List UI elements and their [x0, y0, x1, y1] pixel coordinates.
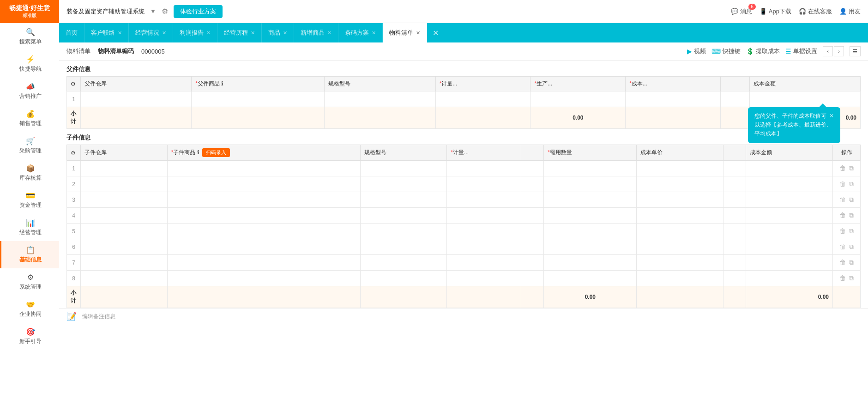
- copy-icon-4[interactable]: ⧉: [849, 212, 854, 219]
- child-spec-3[interactable]: [360, 192, 447, 208]
- tab-close-1[interactable]: ✕: [118, 30, 122, 36]
- delete-icon-2[interactable]: 🗑: [839, 180, 846, 187]
- child-product-6[interactable]: [167, 239, 360, 255]
- child-unit-6[interactable]: [447, 239, 521, 255]
- child-spec-4[interactable]: [360, 208, 447, 224]
- child-spec-8[interactable]: [360, 271, 447, 286]
- child-unit-7[interactable]: [447, 255, 521, 271]
- online-service-btn[interactable]: 🎧 在线客服: [799, 7, 832, 16]
- nav-tab-4[interactable]: 经营历程✕: [217, 23, 262, 42]
- child-qty-4[interactable]: [544, 208, 637, 224]
- message-btn[interactable]: 💬 消息 6: [731, 7, 752, 16]
- nav-tab-1[interactable]: 客户联络✕: [84, 23, 129, 42]
- child-spec-7[interactable]: [360, 255, 447, 271]
- parent-col-setting[interactable]: ⚙: [67, 77, 81, 91]
- breadcrumb-list[interactable]: 物料清单: [66, 47, 90, 55]
- prev-btn[interactable]: ‹: [823, 46, 833, 56]
- tab-close-5[interactable]: ✕: [283, 30, 287, 36]
- child-product-1[interactable]: [167, 161, 360, 176]
- copy-icon-8[interactable]: ⧉: [849, 274, 854, 282]
- copy-icon-3[interactable]: ⧉: [849, 196, 854, 203]
- child-spec-5[interactable]: [360, 224, 447, 239]
- child-unit-2[interactable]: [447, 176, 521, 192]
- child-warehouse-4[interactable]: [81, 208, 168, 224]
- child-qty-8[interactable]: [544, 271, 637, 286]
- child-product-2[interactable]: [167, 176, 360, 192]
- child-unit-cost-8[interactable]: [637, 271, 723, 286]
- view-btn[interactable]: ▶ 视频: [687, 47, 706, 55]
- sidebar-item-营销推广[interactable]: 📣营销推广: [0, 78, 59, 105]
- gear-icon[interactable]: ⚙: [162, 7, 168, 16]
- sidebar-item-企业协同[interactable]: 🤝企业协同: [0, 296, 59, 323]
- delete-icon-5[interactable]: 🗑: [839, 227, 846, 235]
- parent-cost-1[interactable]: [626, 91, 721, 107]
- child-unit-cost-4[interactable]: [637, 208, 723, 224]
- next-btn[interactable]: ›: [834, 46, 844, 56]
- parent-unit-1[interactable]: [435, 91, 530, 107]
- scan-btn[interactable]: 扫码录入: [202, 148, 230, 157]
- copy-icon-7[interactable]: ⧉: [849, 259, 854, 266]
- nav-tab-5[interactable]: 商品✕: [262, 23, 294, 42]
- dropdown-arrow[interactable]: ▼: [150, 8, 156, 15]
- child-spec-1[interactable]: [360, 161, 447, 176]
- delete-icon-7[interactable]: 🗑: [839, 259, 846, 266]
- sidebar-item-搜索菜单[interactable]: 🔍搜索菜单: [0, 23, 59, 50]
- tab-close-7[interactable]: ✕: [372, 30, 376, 36]
- child-product-4[interactable]: [167, 208, 360, 224]
- child-qty-1[interactable]: [544, 161, 637, 176]
- sidebar-item-库存核算[interactable]: 📦库存核算: [0, 159, 59, 187]
- breadcrumb-detail[interactable]: 物料清单编码: [98, 47, 134, 55]
- child-unit-4[interactable]: [447, 208, 521, 224]
- menu-btn[interactable]: ☰: [850, 46, 861, 56]
- nav-tab-3[interactable]: 利润报告✕: [173, 23, 217, 42]
- parent-warehouse-1[interactable]: [81, 91, 192, 107]
- delete-icon-1[interactable]: 🗑: [839, 164, 846, 172]
- sidebar-item-经营管理[interactable]: 📊经营管理: [0, 214, 59, 241]
- app-download-btn[interactable]: 📱 App下载: [760, 7, 791, 16]
- child-qty-6[interactable]: [544, 239, 637, 255]
- child-unit-cost-2[interactable]: [637, 176, 723, 192]
- tab-close-2[interactable]: ✕: [162, 30, 166, 36]
- parent-product-1[interactable]: [192, 91, 325, 107]
- sidebar-item-新手引导[interactable]: 🎯新手引导: [0, 323, 59, 350]
- nav-tab-8[interactable]: 物料清单✕: [383, 23, 427, 42]
- bottom-label[interactable]: 编辑备注信息: [82, 313, 115, 320]
- child-unit-cost-6[interactable]: [637, 239, 723, 255]
- tab-close-8[interactable]: ✕: [416, 30, 420, 36]
- child-product-8[interactable]: [167, 271, 360, 286]
- parent-spec-1[interactable]: [325, 91, 435, 107]
- child-warehouse-7[interactable]: [81, 255, 168, 271]
- child-warehouse-1[interactable]: [81, 161, 168, 176]
- child-unit-1[interactable]: [447, 161, 521, 176]
- child-qty-7[interactable]: [544, 255, 637, 271]
- sidebar-item-资金管理[interactable]: 💳资金管理: [0, 187, 59, 214]
- tab-close-6[interactable]: ✕: [327, 30, 332, 36]
- child-unit-3[interactable]: [447, 192, 521, 208]
- delete-icon-4[interactable]: 🗑: [839, 212, 846, 219]
- sidebar-item-采购管理[interactable]: 🛒采购管理: [0, 132, 59, 159]
- child-unit-cost-3[interactable]: [637, 192, 723, 208]
- child-unit-cost-5[interactable]: [637, 224, 723, 239]
- delete-icon-3[interactable]: 🗑: [839, 196, 846, 203]
- child-warehouse-5[interactable]: [81, 224, 168, 239]
- child-warehouse-8[interactable]: [81, 271, 168, 286]
- delete-icon-8[interactable]: 🗑: [839, 274, 846, 282]
- child-unit-8[interactable]: [447, 271, 521, 286]
- tooltip-close-btn[interactable]: ✕: [829, 112, 834, 121]
- nav-tab-6[interactable]: 新增商品✕: [294, 23, 338, 42]
- child-unit-cost-7[interactable]: [637, 255, 723, 271]
- sidebar-item-快捷导航[interactable]: ⚡快捷导航: [0, 50, 59, 78]
- tab-close-3[interactable]: ✕: [206, 30, 211, 36]
- sidebar-item-系统管理[interactable]: ⚙系统管理: [0, 268, 59, 296]
- child-qty-5[interactable]: [544, 224, 637, 239]
- child-col-setting[interactable]: ⚙: [67, 145, 81, 161]
- sidebar-item-销售管理[interactable]: 💰销售管理: [0, 105, 59, 132]
- cost-btn[interactable]: 💲 提取成本: [746, 47, 780, 55]
- child-warehouse-6[interactable]: [81, 239, 168, 255]
- child-unit-5[interactable]: [447, 224, 521, 239]
- delete-icon-6[interactable]: 🗑: [839, 243, 846, 250]
- child-spec-2[interactable]: [360, 176, 447, 192]
- child-warehouse-2[interactable]: [81, 176, 168, 192]
- copy-icon-1[interactable]: ⧉: [849, 164, 854, 172]
- nav-tab-0[interactable]: 首页: [59, 23, 84, 42]
